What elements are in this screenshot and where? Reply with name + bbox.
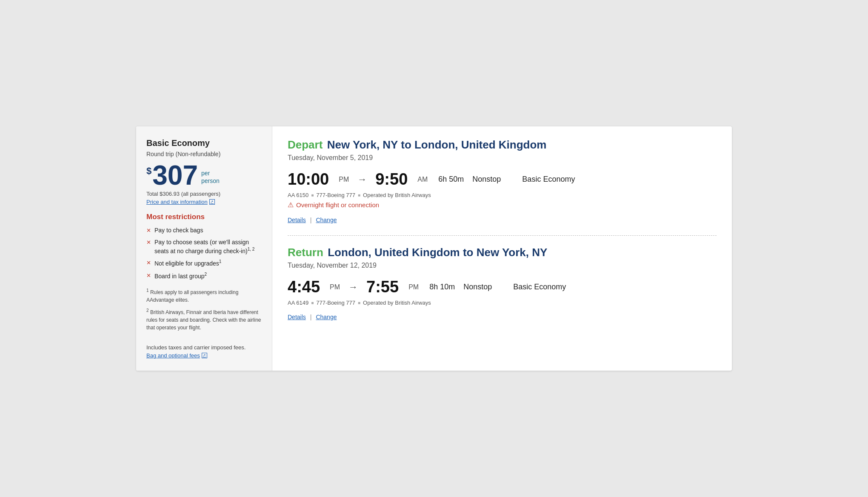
depart-section: Depart New York, NY to London, United Ki… (288, 138, 717, 223)
return-duration: 8h 10m (429, 283, 455, 291)
depart-duration: 6h 50m (438, 175, 464, 184)
separator: ■ (358, 300, 360, 305)
price-dollar-sign: $ (146, 166, 151, 176)
footnotes: 1 Rules apply to all passengers includin… (146, 287, 262, 331)
return-change-link[interactable]: Change (316, 314, 337, 320)
total-price: Total $306.93 (all passengers) (146, 191, 262, 197)
return-times: 4:45PM → 7:55PM 8h 10m Nonstop Basic Eco… (288, 278, 717, 296)
return-info-row: AA 6149 ■ 777-Boeing 777 ■ Operated by B… (288, 300, 717, 306)
price-amount: 307 (152, 162, 198, 189)
links-separator: | (310, 217, 312, 223)
return-depart-period: PM (330, 283, 340, 291)
arrive-period: AM (417, 176, 428, 183)
depart-flight-number: AA 6150 (288, 192, 308, 198)
depart-aircraft: 777-Boeing 777 (316, 192, 355, 198)
includes-text: Includes taxes and carrier imposed fees. (146, 344, 262, 351)
depart-header: Depart New York, NY to London, United Ki… (288, 138, 717, 151)
return-arrive-time: 7:55 (366, 278, 399, 296)
return-details-link[interactable]: Details (288, 314, 306, 320)
trip-type: Round trip (Non-refundable) (146, 151, 262, 157)
depart-details-link[interactable]: Details (288, 217, 306, 223)
cabin-class-title: Basic Economy (146, 138, 262, 148)
left-panel: Basic Economy Round trip (Non-refundable… (136, 126, 272, 371)
x-icon: ✕ (146, 259, 151, 267)
booking-card: Basic Economy Round trip (Non-refundable… (136, 126, 732, 371)
x-icon: ✕ (146, 239, 151, 246)
external-link-icon: ↗ (202, 353, 207, 358)
return-flight-number: AA 6149 (288, 300, 308, 306)
overnight-warning-text: Overnight flight or connection (296, 201, 379, 209)
return-route: London, United Kingdom to New York, NY (328, 246, 547, 259)
depart-direction: Depart (288, 138, 323, 151)
x-icon: ✕ (146, 272, 151, 280)
external-link-icon: ↗ (209, 199, 215, 205)
section-divider (288, 235, 717, 236)
depart-stop: Nonstop (472, 175, 501, 184)
depart-times: 10:00PM → 9:50AM 6h 50m Nonstop Basic Ec… (288, 170, 717, 189)
return-cabin: Basic Economy (513, 283, 566, 291)
arrive-time: 9:50 (375, 170, 408, 189)
price-row: $ 307 perperson (146, 162, 262, 189)
price-tax-link[interactable]: Price and tax information ↗ (146, 199, 262, 205)
depart-change-link[interactable]: Change (316, 217, 337, 223)
bag-link[interactable]: Bag and optional fees ↗ (146, 352, 262, 359)
list-item: ✕ Not eligible for upgrades1 (146, 259, 262, 268)
depart-info-row: AA 6150 ■ 777-Boeing 777 ■ Operated by B… (288, 192, 717, 198)
separator: ■ (311, 193, 314, 197)
price-per-person: perperson (201, 169, 220, 185)
right-panel: Depart New York, NY to London, United Ki… (272, 126, 732, 371)
depart-arrow: → (357, 174, 367, 185)
restriction-list: ✕ Pay to check bags ✕ Pay to choose seat… (146, 226, 262, 280)
depart-date: Tuesday, November 5, 2019 (288, 154, 717, 162)
return-arrow: → (348, 282, 358, 293)
return-depart-time: 4:45 (288, 278, 320, 296)
depart-route: New York, NY to London, United Kingdom (327, 138, 547, 151)
return-date: Tuesday, November 12, 2019 (288, 262, 717, 269)
return-operated-by: Operated by British Airways (363, 300, 431, 306)
depart-cabin: Basic Economy (522, 175, 575, 184)
depart-links: Details | Change (288, 217, 717, 223)
return-stop: Nonstop (463, 283, 492, 291)
return-links: Details | Change (288, 314, 717, 320)
warning-triangle-icon: ⚠ (288, 201, 294, 209)
return-header: Return London, United Kingdom to New Yor… (288, 246, 717, 259)
restrictions-title: Most restrictions (146, 213, 262, 221)
return-arrive-period: PM (408, 283, 419, 291)
depart-period: PM (339, 176, 349, 183)
depart-operated-by: Operated by British Airways (363, 192, 431, 198)
return-aircraft: 777-Boeing 777 (316, 300, 355, 306)
overnight-warning: ⚠ Overnight flight or connection (288, 201, 717, 209)
list-item: ✕ Pay to check bags (146, 226, 262, 235)
return-direction: Return (288, 246, 323, 259)
separator: ■ (358, 193, 360, 197)
separator: ■ (311, 300, 314, 305)
list-item: ✕ Board in last group2 (146, 271, 262, 280)
return-section: Return London, United Kingdom to New Yor… (288, 246, 717, 320)
links-separator: | (310, 314, 312, 320)
depart-time: 10:00 (288, 170, 329, 189)
list-item: ✕ Pay to choose seats (or we'll assign s… (146, 238, 262, 256)
x-icon: ✕ (146, 227, 151, 234)
